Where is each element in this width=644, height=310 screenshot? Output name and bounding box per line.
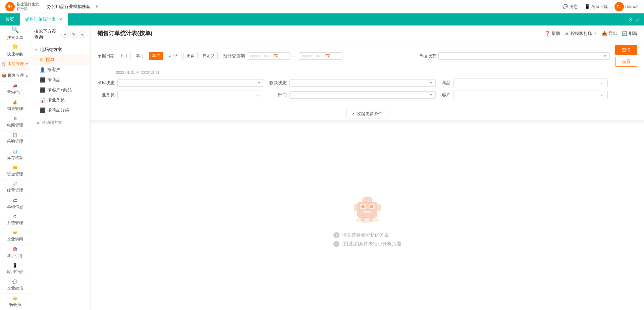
left-panel-title: 按以下方案查询 [34, 28, 59, 40]
message-btn[interactable]: 💬 消息 [562, 4, 578, 10]
goods-filter: 商品 ··· [441, 79, 608, 87]
sidebar-search[interactable]: 🔍 搜索菜单 [0, 25, 30, 42]
tab-bar-actions: ✕ ⤢ [629, 16, 644, 23]
date-input-to[interactable]: yyyy-mm-dd 📅 [299, 52, 342, 60]
scheme-item-by-goods-category[interactable]: ⬛ 按商品分类 [30, 105, 90, 115]
scheme-item-by-order[interactable]: ⊙ 按单 [30, 55, 90, 65]
date-btn-7days[interactable]: 近7天 [165, 52, 181, 60]
pc-scheme-group: ▼ 电脑端方案 ⊙ 按单 👤 按客户 ⬛ 按商品 ⬛ 按客户+商品 [30, 43, 90, 116]
query-button[interactable]: 查询 [615, 45, 637, 55]
person-icon: 👤 [40, 67, 45, 72]
bill-date-label: 单据日期 [97, 53, 115, 59]
salesperson-input[interactable]: ··· [117, 91, 264, 99]
sidebar-item-purchase[interactable]: 📋 采购管理 [0, 131, 30, 147]
shipment-status-select[interactable]: ▼ [117, 79, 264, 87]
category-icon: ⬛ [40, 107, 45, 113]
svg-rect-10 [369, 217, 373, 221]
sidebar-item-retail[interactable]: 🛒 零售管理 ▼ [0, 58, 30, 70]
scheme-item-by-customer-goods[interactable]: ⬛ 按客户+商品 [30, 85, 90, 95]
sidebar-item-sales[interactable]: 💰 销售管理 [0, 98, 30, 114]
sidebar-item-operations[interactable]: 📈 经营管理 [0, 179, 30, 196]
bill-status-select[interactable]: ▼ [438, 52, 610, 60]
mobile-scheme-group-header[interactable]: ▶ 移动端方案 [30, 118, 90, 127]
sidebar-item-appstore[interactable]: 📱 应用中心 [0, 261, 30, 277]
logo-area: 好 畅捷通好生意 标准版 [5, 2, 39, 11]
sidebar-item-marketing[interactable]: 📣 营销推广 [0, 82, 30, 98]
user-menu[interactable]: Ea demo2 [614, 2, 639, 11]
sidebar-item-ecommerce[interactable]: 🖥 电商管理 [0, 114, 30, 131]
svg-rect-7 [354, 204, 357, 211]
mobile-scheme-group: ▶ 移动端方案 [30, 116, 90, 129]
tab-bar: 首页 销售订单统计表 ✕ ✕ ⤢ [0, 13, 644, 25]
purchase-icon: 📋 [12, 133, 17, 137]
print-dropdown-icon: ▼ [594, 32, 597, 35]
chevron-right-icon: ▶ [37, 120, 40, 125]
tab-close-icon[interactable]: ✕ [59, 17, 62, 22]
tab-close-all-btn[interactable]: ✕ [629, 16, 633, 23]
appstore-icon: 📱 [12, 263, 17, 268]
sidebar-item-members[interactable]: 👑 畅会员 [0, 294, 30, 310]
refresh-btn[interactable]: 🔄 刷新 [622, 31, 637, 37]
title-dropdown-icon[interactable]: ▼ [95, 4, 99, 9]
goods-input[interactable]: ··· [453, 79, 608, 87]
scheme-item-by-goods[interactable]: ⬛ 按商品 [30, 75, 90, 85]
content-area: 按以下方案查询 + ✎ « ▼ 电脑端方案 ⊙ 按单 👤 按客户 [30, 25, 644, 310]
sidebar-item-system[interactable]: ⚙ 系统管理 [0, 212, 30, 228]
collapse-more-btn[interactable]: ∧ 收起更多条件 [346, 109, 388, 118]
sidebar-item-newbie[interactable]: 🎯 新手引导 [0, 245, 30, 261]
date-input-from[interactable]: yyyy-mm-dd 📅 [247, 52, 290, 60]
date-to-placeholder: yyyy-mm-dd [302, 54, 324, 58]
pc-scheme-group-header[interactable]: ▼ 电脑端方案 [30, 45, 90, 55]
collapse-panel-btn[interactable]: « [79, 31, 86, 38]
inventory-icon: 📊 [12, 149, 17, 154]
members-icon: 👑 [12, 296, 17, 301]
scheme-item-by-salesperson[interactable]: 📊 按业务员 [30, 95, 90, 105]
tab-maximize-btn[interactable]: ⤢ [636, 16, 640, 23]
sidebar-item-inventory[interactable]: 📊 库存核算 [0, 147, 30, 163]
bar-chart-icon: 📊 [40, 97, 45, 103]
date-btn-this-year[interactable]: 本年 [149, 52, 163, 60]
customer-dots-btn[interactable]: ··· [601, 92, 605, 98]
sidebar-item-wechat[interactable]: 💬 企业微信 [0, 277, 30, 294]
add-scheme-btn[interactable]: + [61, 31, 69, 38]
filter-row-1: 单据日期 上月 本月 本年 近7天 更多 自定义 预计交货期 y [97, 45, 637, 67]
date-btn-more[interactable]: 更多 [183, 52, 198, 60]
app-title: 办公用品行业模拟账套 [47, 4, 91, 10]
salesperson-label: 业务员 [97, 92, 115, 98]
sidebar-item-wholesale[interactable]: 📦 批发管理 ▲ [0, 70, 30, 82]
export-btn[interactable]: 📤 导出 [602, 31, 617, 37]
print-btn[interactable]: 🖨 按模板打印 ▼ [565, 31, 597, 37]
sidebar-item-finance[interactable]: 💳 资金管理 [0, 163, 30, 179]
svg-point-4 [361, 205, 365, 208]
expected-delivery-filter: 预计交货期 yyyy-mm-dd 📅 — yyyy-mm-dd 📅 [223, 52, 414, 60]
payment-status-select[interactable]: ▼ [289, 79, 436, 87]
tab-sales-order-stats[interactable]: 销售订单统计表 ✕ [20, 13, 68, 25]
help-btn[interactable]: ❓ 帮助 [545, 31, 560, 37]
date-btn-custom[interactable]: 自定义 [200, 52, 218, 60]
sidebar-item-basic[interactable]: 🗃 基础信息 [0, 196, 30, 212]
wholesale-icon: 📦 [1, 73, 6, 78]
star-icon: ⭐ [11, 43, 19, 50]
customer-input[interactable]: ··· [453, 91, 608, 99]
goods-dots-btn[interactable]: ··· [601, 80, 605, 86]
date-btn-last-month[interactable]: 上月 [117, 52, 131, 60]
svg-rect-6 [363, 211, 371, 213]
department-label: 部门 [269, 92, 287, 98]
payment-status-arrow: ▼ [429, 81, 433, 85]
app-download-btn[interactable]: 📱 App下载 [585, 4, 608, 10]
department-select[interactable]: ▼ [289, 91, 436, 99]
edit-scheme-btn[interactable]: ✎ [70, 31, 77, 38]
customer-label: 客户 [441, 92, 450, 98]
export-icon: 📤 [602, 31, 607, 36]
tab-home[interactable]: 首页 [0, 13, 20, 25]
salesperson-dots-btn[interactable]: ··· [257, 92, 261, 98]
search-icon: 🔍 [11, 26, 19, 34]
top-bar: 好 畅捷通好生意 标准版 办公用品行业模拟账套 ▼ 💬 消息 📱 App下载 E… [0, 0, 644, 13]
settings-button[interactable]: 设置 [615, 57, 637, 67]
logo-text: 畅捷通好生意 标准版 [17, 2, 39, 11]
sidebar-shortcut[interactable]: ⭐ 快捷导航 [0, 42, 30, 58]
enterprise-icon: 🤝 [12, 230, 17, 235]
sidebar-item-enterprise[interactable]: 🤝 企业协同 [0, 228, 30, 245]
scheme-item-by-customer[interactable]: 👤 按客户 [30, 65, 90, 75]
date-btn-this-month[interactable]: 本月 [133, 52, 147, 60]
